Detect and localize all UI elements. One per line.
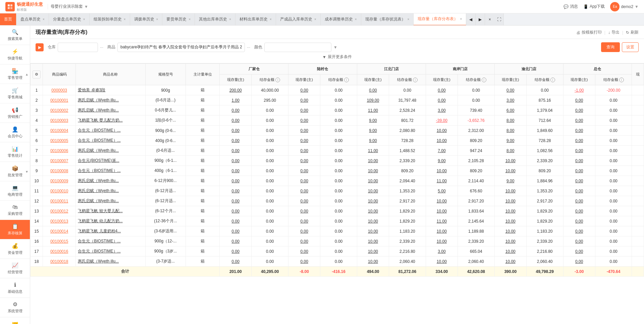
row-name[interactable]: 惠氏启赋（Wyeth illu... (76, 95, 145, 105)
tab-stock-dist[interactable]: 现存量（库存分布表）× (414, 13, 466, 26)
sidebar-item-search[interactable]: 🔍 搜索英单 (0, 26, 30, 45)
row-w3-qty[interactable]: 9.00 (357, 136, 389, 146)
row-code[interactable]: 00100018 (43, 257, 76, 267)
print-button[interactable]: 🖨 按模板打印 (576, 30, 602, 35)
search-button[interactable]: 查询 (601, 42, 620, 52)
row-code[interactable]: 00100004 (43, 126, 76, 136)
row-w2-qty[interactable]: 0.00 (288, 257, 320, 267)
row-w3-qty[interactable]: 10.00 (357, 166, 389, 176)
row-name[interactable]: 飞鹤星飞帆 婴儿配方奶... (76, 115, 145, 126)
row-w5-qty[interactable]: 0.00 (494, 85, 526, 95)
row-w5-qty[interactable]: 10.00 (494, 156, 526, 166)
row-w3-qty[interactable]: 10.00 (357, 236, 389, 246)
row-code[interactable]: 00100016 (43, 246, 76, 257)
row-w4-qty[interactable]: 3.00 (426, 105, 458, 115)
row-w1-qty[interactable]: 0.00 (220, 236, 252, 246)
row-w1-qty[interactable]: 0.00 (220, 166, 252, 176)
row-code[interactable]: 00100011 (43, 196, 76, 206)
w4-amt-info[interactable]: i (482, 78, 486, 82)
row-w5-qty[interactable]: 10.00 (494, 166, 526, 176)
tab-close-4[interactable]: × (156, 17, 158, 21)
app-download-button[interactable]: 📱 App下载 (583, 4, 605, 9)
row-t-qty[interactable]: 0.00 (563, 236, 595, 246)
row-w3-qty[interactable]: 10.00 (357, 257, 389, 267)
tab-close-1[interactable]: × (43, 17, 45, 21)
row-w2-qty[interactable]: 0.00 (288, 146, 320, 156)
row-code[interactable]: 00100001 (43, 95, 76, 105)
row-t-qty[interactable]: 0.00 (563, 115, 595, 126)
row-w4-qty[interactable]: 10.00 (426, 126, 458, 136)
color-dropdown-icon[interactable]: ▼ (333, 45, 337, 50)
row-name[interactable]: 合生元（BIOSTIME）... (76, 166, 145, 176)
row-w4-qty[interactable]: 10.00 (426, 136, 458, 146)
row-w4-qty[interactable]: 10.00 (426, 166, 458, 176)
row-t-qty[interactable]: 0.00 (563, 226, 595, 236)
tab-close-6[interactable]: × (229, 17, 231, 21)
sidebar-item-retail-stats[interactable]: 📊 零售统计 (0, 142, 30, 162)
row-w3-qty[interactable]: 10.00 (357, 216, 389, 226)
sidebar-item-purchase[interactable]: 🛍 采购管理 (0, 201, 30, 220)
row-w1-qty[interactable]: 0.00 (220, 226, 252, 236)
row-w5-qty[interactable]: 9.00 (494, 136, 526, 146)
row-t-qty[interactable]: 0.00 (563, 257, 595, 267)
row-w5-qty[interactable]: 9.00 (494, 176, 526, 186)
row-w4-qty[interactable]: 9.00 (426, 156, 458, 166)
row-code[interactable]: 00100007 (43, 156, 76, 166)
row-code[interactable]: 00100013 (43, 216, 76, 226)
sidebar-item-basic[interactable]: ℹ 基础信息 (0, 278, 30, 298)
tab-order[interactable]: 要货单历史 × (162, 13, 195, 26)
sidebar-item-retail-mgmt[interactable]: 🏪 零售管理 ▲ (0, 64, 30, 84)
row-w1-qty[interactable]: 0.00 (220, 257, 252, 267)
row-w2-qty[interactable]: 0.00 (288, 85, 320, 95)
row-w2-qty[interactable]: 0.00 (288, 236, 320, 246)
row-w5-qty[interactable]: 10.00 (494, 216, 526, 226)
row-name[interactable]: 惠氏启赋（Wyeth illu... (76, 257, 145, 267)
row-w4-qty[interactable]: 7.00 (426, 146, 458, 156)
row-t-qty[interactable]: 0.00 (563, 246, 595, 257)
row-w3-qty[interactable]: 11.00 (357, 146, 389, 156)
tab-expand[interactable]: ⛶ (494, 13, 504, 26)
tab-product-in[interactable]: 产成品入库单历史 × (276, 13, 321, 26)
row-code[interactable]: 00100015 (43, 236, 76, 246)
sidebar-item-mall[interactable]: 🛒 零售商城 (0, 84, 30, 103)
row-w3-qty[interactable]: 109.00 (357, 95, 389, 105)
row-w1-qty[interactable]: 0.00 (220, 136, 252, 146)
row-name[interactable]: 合生元（BIOSTIME）... (76, 136, 145, 146)
warehouse-input[interactable] (58, 43, 98, 52)
row-w5-qty[interactable]: 10.00 (494, 236, 526, 246)
row-w5-qty[interactable]: 8.00 (494, 126, 526, 136)
color-input[interactable] (264, 43, 331, 52)
row-name[interactable]: 惠氏启赋（Wyeth illu... (76, 146, 145, 156)
tab-partial-check[interactable]: 分量盘点单历史 × (49, 13, 90, 26)
tab-close-2[interactable]: × (83, 17, 85, 21)
row-w2-qty[interactable]: 0.00 (288, 126, 320, 136)
sidebar-item-marketing[interactable]: 📢 营销推广 (0, 103, 30, 123)
tab-cost-adjust[interactable]: 成本调整单历史 × (321, 13, 361, 26)
row-w2-qty[interactable]: 0.00 (288, 136, 320, 146)
sidebar-item-wholesale[interactable]: 📦 批发管理 ▼ (0, 162, 30, 181)
tab-prev[interactable]: ◀ (466, 13, 476, 26)
row-w1-qty[interactable]: 0.00 (220, 176, 252, 186)
row-w4-qty[interactable]: 10.00 (426, 236, 458, 246)
tab-home[interactable]: 首页 (0, 13, 16, 26)
row-w4-qty[interactable]: 5.00 (426, 186, 458, 196)
row-code[interactable]: 00100006 (43, 146, 76, 156)
row-w3-qty[interactable]: 10.00 (357, 196, 389, 206)
sidebar-item-ecommerce[interactable]: 💻 电商管理 (0, 181, 30, 201)
row-t-qty[interactable]: 0.00 (563, 186, 595, 196)
row-w1-qty[interactable]: 0.00 (220, 206, 252, 216)
row-name[interactable]: 飞鹤星飞帆 幼儿配方奶... (76, 216, 145, 226)
row-w3-qty[interactable]: 10.00 (357, 186, 389, 196)
tab-close-7[interactable]: × (270, 17, 272, 21)
product-input[interactable] (117, 43, 245, 52)
row-w5-qty[interactable]: 10.00 (494, 196, 526, 206)
row-w2-qty[interactable]: 0.00 (288, 246, 320, 257)
row-code[interactable]: 00100014 (43, 226, 76, 236)
row-code[interactable]: 00100009 (43, 176, 76, 186)
row-code[interactable]: 00100005 (43, 136, 76, 146)
row-w2-qty[interactable]: 0.00 (288, 186, 320, 196)
row-name[interactable]: 合生元(BIOSTIME)派... (76, 156, 145, 166)
tab-transfer[interactable]: 调拨单历史 × (130, 13, 163, 26)
row-name[interactable]: 惠氏启赋（Wyeth illu... (76, 186, 145, 196)
row-w1-qty[interactable]: 0.00 (220, 196, 252, 206)
